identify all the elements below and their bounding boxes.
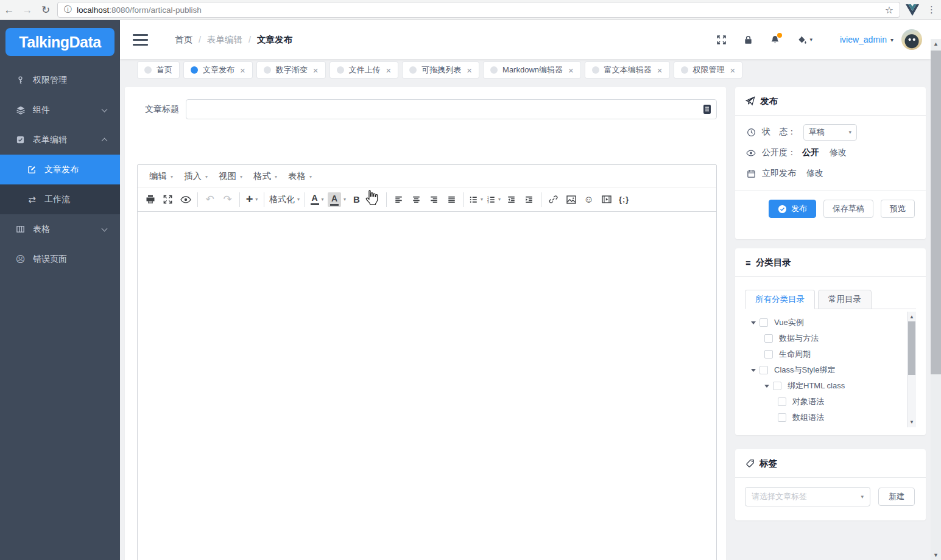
tab-all-categories[interactable]: 所有分类目录: [745, 290, 815, 309]
tab-drag-list[interactable]: 可拖拽列表×: [402, 61, 479, 79]
checkbox[interactable]: [759, 366, 768, 374]
editor-content-area[interactable]: [138, 212, 716, 560]
page-info-icon[interactable]: ⓘ: [64, 4, 72, 15]
emoticon-button[interactable]: ☺: [580, 191, 597, 208]
scrollbar-thumb[interactable]: [931, 51, 941, 374]
scrollbar-thumb[interactable]: [908, 321, 915, 375]
checkbox[interactable]: [759, 318, 768, 327]
sidebar-item-article-publish[interactable]: 文章发布: [0, 155, 120, 184]
print-button[interactable]: [141, 191, 159, 208]
menu-format[interactable]: 格式▾: [248, 165, 283, 187]
app-logo[interactable]: TalkingData: [5, 28, 115, 56]
page-scrollbar[interactable]: ▲ ▼: [931, 20, 941, 560]
avatar[interactable]: [901, 29, 922, 50]
scroll-up-icon[interactable]: ▲: [908, 314, 916, 320]
tab-permission[interactable]: 权限管理×: [674, 61, 743, 79]
user-menu[interactable]: iview_admin ▾: [840, 35, 893, 44]
document-icon[interactable]: [703, 105, 711, 114]
collapse-menu-button[interactable]: [133, 34, 148, 46]
browser-reload-icon[interactable]: ↻: [37, 5, 55, 15]
sidebar-item-components[interactable]: 组件: [0, 95, 120, 125]
tree-caret-icon[interactable]: [751, 369, 756, 372]
tree-node[interactable]: 数组语法: [745, 410, 916, 425]
theme-switcher[interactable]: ▾: [797, 35, 812, 45]
link-button[interactable]: [545, 191, 562, 208]
sidebar-item-error-pages[interactable]: ☹ 错误页面: [0, 244, 120, 274]
modify-schedule-link[interactable]: 修改: [806, 168, 823, 179]
close-icon[interactable]: ×: [730, 66, 736, 75]
tree-node[interactable]: 绑定HTML class: [745, 378, 916, 394]
tree-node[interactable]: 对象语法: [745, 394, 916, 410]
publish-button[interactable]: 发布: [769, 200, 816, 218]
menu-edit[interactable]: 编辑▾: [144, 165, 178, 187]
bullet-list-button[interactable]: ▾: [467, 191, 485, 208]
new-tag-button[interactable]: 新建: [878, 488, 915, 506]
tree-node[interactable]: Vue实例: [745, 315, 916, 331]
tab-file-upload[interactable]: 文件上传×: [330, 61, 399, 79]
code-sample-button[interactable]: {;}: [615, 191, 633, 208]
checkbox[interactable]: [778, 397, 786, 406]
scroll-down-icon[interactable]: ▼: [908, 419, 916, 425]
close-icon[interactable]: ×: [467, 66, 472, 75]
tab-article-publish[interactable]: 文章发布×: [183, 61, 253, 79]
address-bar[interactable]: ⓘ localhost:8080/form/artical-publish ☆: [57, 2, 900, 18]
vue-devtools-icon[interactable]: [906, 4, 919, 16]
checkbox[interactable]: [764, 334, 773, 343]
sidebar-item-table[interactable]: 表格: [0, 214, 120, 244]
breadcrumb-home[interactable]: 首页: [175, 34, 192, 46]
checkbox[interactable]: [764, 350, 773, 359]
fullscreen-button[interactable]: [159, 191, 177, 208]
tab-home[interactable]: 首页: [137, 61, 180, 79]
browser-menu-icon[interactable]: ⋮: [927, 4, 936, 15]
indent-button[interactable]: [520, 191, 538, 208]
modify-visibility-link[interactable]: 修改: [830, 147, 847, 158]
lock-icon[interactable]: [743, 35, 753, 45]
redo-button[interactable]: ↷: [219, 191, 236, 208]
sidebar-item-form-edit[interactable]: 表单编辑: [0, 125, 120, 155]
tab-markdown-editor[interactable]: Markdown编辑器×: [483, 61, 581, 79]
article-title-field[interactable]: [186, 99, 717, 119]
fullscreen-icon[interactable]: [716, 35, 727, 45]
tree-caret-icon[interactable]: [764, 385, 769, 388]
tab-common-categories[interactable]: 常用目录: [818, 290, 872, 309]
menu-view[interactable]: 视图▾: [213, 165, 248, 187]
insert-button[interactable]: +▾: [243, 191, 261, 208]
browser-forward-icon[interactable]: →: [18, 5, 37, 15]
close-icon[interactable]: ×: [313, 66, 319, 75]
menu-insert[interactable]: 插入▾: [178, 165, 213, 187]
checkbox[interactable]: [773, 382, 781, 390]
tree-node[interactable]: 生命周期: [745, 346, 916, 362]
tab-rich-text-editor[interactable]: 富文本编辑器×: [585, 61, 670, 79]
tree-node[interactable]: Class与Style绑定: [745, 362, 916, 378]
numbered-list-button[interactable]: 123▾: [485, 191, 502, 208]
bold-button[interactable]: B: [348, 191, 365, 208]
scroll-up-icon[interactable]: ▲: [931, 41, 941, 47]
notification-bell-icon[interactable]: [770, 35, 780, 45]
tree-caret-icon[interactable]: [751, 321, 756, 324]
tree-scrollbar[interactable]: ▲ ▼: [907, 312, 916, 427]
bookmark-star-icon[interactable]: ☆: [885, 4, 893, 16]
align-left-button[interactable]: [390, 191, 407, 208]
tree-node[interactable]: 数据与方法: [745, 331, 916, 346]
background-color-button[interactable]: A▾: [326, 191, 348, 208]
outdent-button[interactable]: [502, 191, 520, 208]
tag-select[interactable]: 请选择文章标签 ▾: [745, 487, 870, 506]
italic-button[interactable]: I: [365, 191, 383, 208]
formats-dropdown[interactable]: 格式化▾: [267, 191, 301, 208]
tab-count-to[interactable]: 数字渐变×: [256, 61, 326, 79]
text-color-button[interactable]: A▾: [308, 191, 326, 208]
align-center-button[interactable]: [407, 191, 425, 208]
menu-table[interactable]: 表格▾: [283, 165, 317, 187]
checkbox[interactable]: [778, 413, 786, 422]
close-icon[interactable]: ×: [657, 66, 663, 75]
article-title-input[interactable]: [192, 105, 703, 114]
save-draft-button[interactable]: 保存草稿: [823, 200, 873, 218]
undo-button[interactable]: ↶: [201, 191, 219, 208]
align-justify-button[interactable]: [443, 191, 460, 208]
status-select[interactable]: 草稿▾: [803, 124, 857, 141]
preview-button[interactable]: [177, 191, 194, 208]
close-icon[interactable]: ×: [240, 66, 245, 75]
close-icon[interactable]: ×: [386, 66, 392, 75]
sidebar-item-permission[interactable]: 权限管理: [0, 65, 120, 95]
scroll-down-icon[interactable]: ▼: [931, 552, 941, 558]
